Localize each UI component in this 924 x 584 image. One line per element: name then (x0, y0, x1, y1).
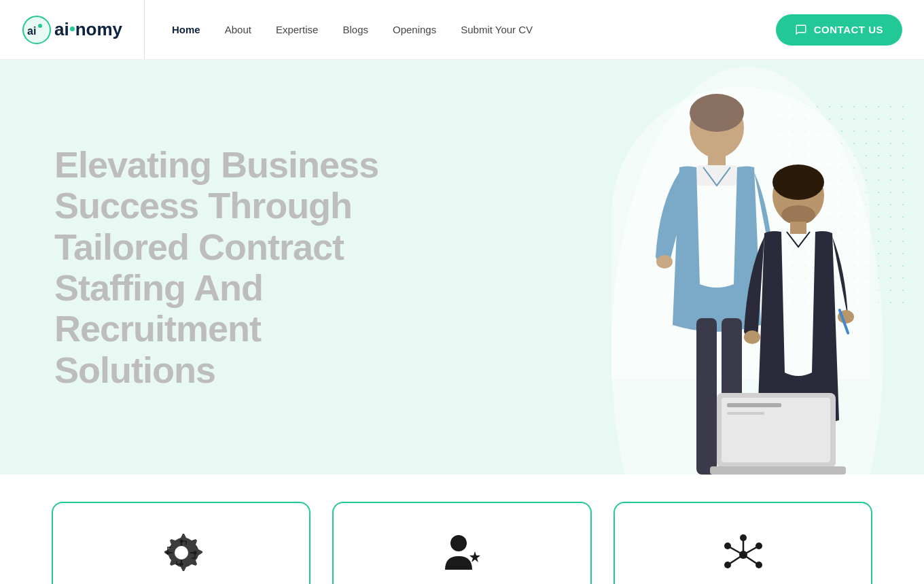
feature-card-specialized-sectors: Specialized Sectors (52, 502, 310, 584)
svg-line-46 (728, 555, 743, 565)
navbar: ai ainomy Home About Expertise Blogs Ope… (0, 0, 924, 60)
svg-point-27 (175, 546, 188, 560)
contact-us-button[interactable]: CONTACT US (776, 14, 902, 46)
logo-svg-icon: ai (22, 15, 52, 45)
svg-line-44 (728, 546, 743, 555)
feature-card-tailored-strategies: Tailored Strategies (332, 502, 591, 584)
hero-title: Elevating Business Success Through Tailo… (54, 144, 408, 391)
svg-point-9 (656, 255, 673, 269)
svg-rect-8 (696, 165, 737, 186)
svg-rect-24 (727, 403, 781, 407)
logo-icon-wrap: ai ainomy (22, 15, 122, 45)
navbar-cta: CONTACT US (776, 14, 902, 46)
hero-image-area (416, 60, 924, 475)
svg-line-45 (743, 546, 759, 555)
nav-link-expertise[interactable]: Expertise (276, 24, 319, 35)
nav-link-openings[interactable]: Openings (393, 24, 436, 35)
logo-dot (70, 27, 75, 31)
svg-text:ai: ai (27, 25, 36, 37)
svg-rect-11 (696, 318, 717, 475)
svg-line-47 (743, 555, 759, 565)
navbar-links: Home About Expertise Blogs Openings Subm… (172, 24, 776, 35)
logo-nomy: nomy (75, 19, 122, 39)
svg-point-36 (450, 535, 467, 551)
nav-link-about[interactable]: About (225, 24, 251, 35)
svg-point-14 (772, 165, 824, 200)
nav-link-submit-cv[interactable]: Submit Your CV (461, 24, 533, 35)
svg-rect-16 (790, 222, 806, 234)
svg-marker-37 (469, 551, 480, 562)
logo-ai: ai (54, 19, 69, 39)
nav-link-home[interactable]: Home (172, 24, 200, 35)
extensive-network-icon (719, 530, 766, 578)
svg-point-15 (781, 205, 815, 224)
logo: ai ainomy (22, 0, 145, 59)
hero-content: Elevating Business Success Through Tailo… (0, 90, 462, 445)
laptop (710, 393, 846, 475)
specialized-sectors-icon (158, 530, 205, 578)
hero-people-illustration (591, 67, 904, 475)
hero-section: Elevating Business Success Through Tailo… (0, 60, 924, 475)
tailored-strategies-icon (438, 530, 486, 578)
svg-point-17 (744, 330, 760, 344)
svg-rect-25 (727, 412, 764, 415)
logo-text: ainomy (54, 19, 122, 40)
svg-point-6 (690, 94, 744, 132)
svg-rect-23 (722, 398, 830, 462)
contact-us-label: CONTACT US (814, 24, 883, 35)
features-section: Specialized Sectors Tailored Strategies (0, 502, 924, 584)
svg-point-2 (38, 24, 42, 28)
nav-link-blogs[interactable]: Blogs (342, 24, 368, 35)
svg-rect-26 (710, 466, 846, 475)
feature-card-extensive-network: Extensive Network (614, 502, 872, 584)
chat-icon (795, 24, 807, 36)
